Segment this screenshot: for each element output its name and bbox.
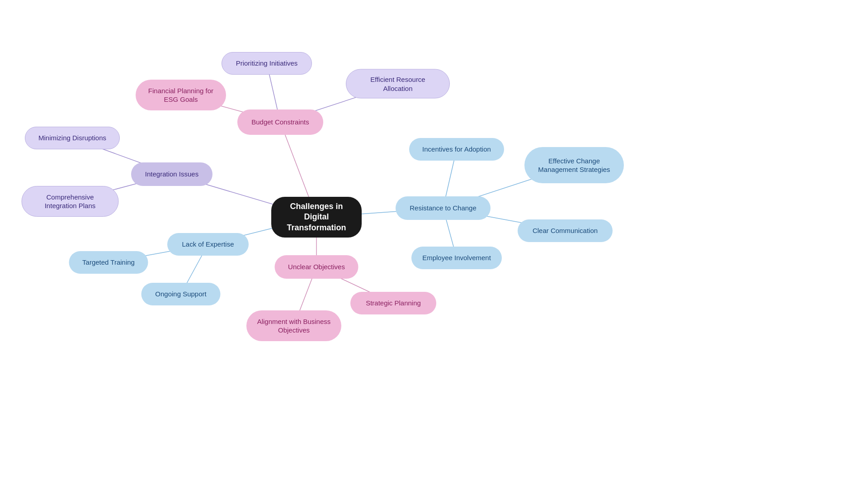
node-resistance[interactable]: Resistance to Change — [396, 196, 491, 220]
node-prioritizing[interactable]: Prioritizing Initiatives — [222, 52, 312, 75]
node-clear-comm[interactable]: Clear Communication — [518, 219, 613, 242]
node-minimizing[interactable]: Minimizing Disruptions — [25, 127, 120, 149]
node-ongoing[interactable]: Ongoing Support — [142, 283, 221, 305]
node-employee[interactable]: Employee Involvement — [411, 247, 502, 269]
node-integration[interactable]: Integration Issues — [131, 162, 212, 186]
node-unclear[interactable]: Unclear Objectives — [275, 255, 359, 279]
node-targeted[interactable]: Targeted Training — [69, 251, 148, 274]
node-financial-planning[interactable]: Financial Planning for ESG Goals — [136, 80, 226, 110]
node-efficient-resource[interactable]: Efficient Resource Allocation — [346, 69, 450, 99]
node-budget[interactable]: Budget Constraints — [237, 109, 323, 135]
center-node[interactable]: Challenges in Digital Transformation — [271, 197, 362, 238]
node-expertise[interactable]: Lack of Expertise — [167, 233, 249, 256]
node-incentives[interactable]: Incentives for Adoption — [409, 138, 504, 161]
node-effective-change[interactable]: Effective Change Management Strategies — [524, 147, 624, 183]
node-comprehensive[interactable]: Comprehensive Integration Plans — [22, 186, 119, 217]
node-alignment[interactable]: Alignment with Business Objectives — [246, 310, 341, 341]
node-strategic[interactable]: Strategic Planning — [350, 292, 436, 314]
